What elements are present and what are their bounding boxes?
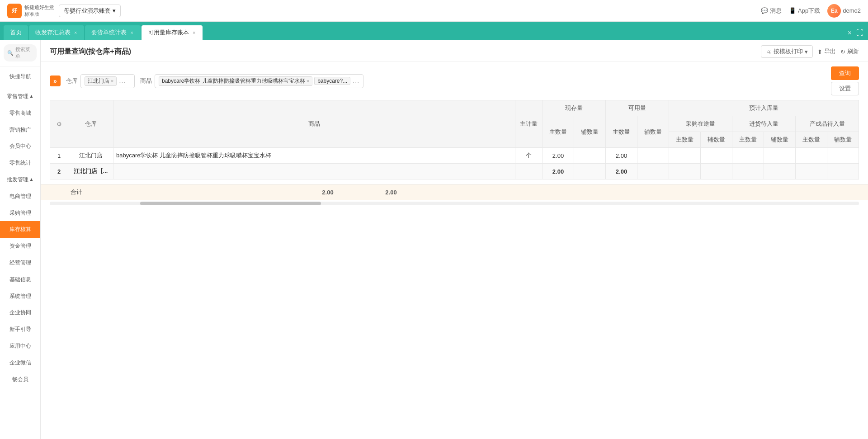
close-all-tabs[interactable]: × [847,28,853,38]
table-wrap: ⚙ 仓库 商品 主计量 现存量 可用量 预计入库量 主数量 辅数量 [41,100,868,184]
sidebar: 🔍 搜索菜单 快捷导航 零售管理 ▲ 零售商城 营销推广 会员中心 [0,40,41,439]
top-bar-right: 💬 消息 📱 App下载 Ea demo2 [761,4,861,18]
footer-values: 2.00 2.00 [86,189,859,196]
cell-prod-main [796,148,827,164]
th-planned-in: 预计入库量 [669,100,859,116]
cell-avail-sub [637,148,669,164]
cell-prod-sub [827,148,859,164]
query-btn[interactable]: 查询 [831,66,859,80]
remove-product-tag-1[interactable]: × [307,78,309,84]
th-warehouse: 仓库 [68,100,113,148]
more-products-icon[interactable]: … [352,77,359,85]
th-proc-main: 主数量 [669,132,701,148]
cell-seq-2: 2 [50,164,68,179]
user-area[interactable]: Ea demo2 [827,4,861,18]
sidebar-item-enterprise-wechat[interactable]: 企业微信 [0,354,40,371]
sidebar-item-retail-stats[interactable]: 零售统计 [0,155,40,171]
expand-icon: ▲ [29,93,34,99]
th-product: 商品 [113,100,515,148]
message-btn[interactable]: 💬 消息 [761,7,782,15]
sidebar-item-wholesale[interactable]: 批发管理 ▲ [0,171,40,188]
sidebar-item-inventory[interactable]: 库存核算 [0,221,40,238]
cell-inc-sub [764,148,796,164]
page-header-actions: 🖨 按模板打印 ▾ ⬆ 导出 ↻ 刷新 [761,45,859,58]
printer-icon: 🖨 [766,48,772,55]
sidebar-search-area: 🔍 搜索菜单 [0,40,40,66]
cell-stock-sub [574,148,606,164]
logo-area: 好 畅捷通好生意 标准版 [7,4,54,18]
scrollbar-thumb[interactable] [140,202,321,205]
warehouse-input[interactable]: 江北门店 × … [80,74,135,88]
close-tab-1[interactable]: × [73,29,78,36]
tab-home[interactable]: 首页 [4,25,28,40]
sidebar-item-ecommerce[interactable]: 电商管理 [0,188,40,205]
sidebar-item-enterprise[interactable]: 企业协同 [0,304,40,321]
app-download-btn[interactable]: 📱 App下载 [789,7,820,15]
remove-warehouse-tag[interactable]: × [111,78,113,84]
template-print-btn[interactable]: 🖨 按模板打印 ▾ [761,45,813,58]
warehouse-label: 仓库 [66,77,78,85]
tab-available-stock[interactable]: 可用量库存账本 × [142,25,203,40]
footer-avail-main: 2.00 [375,189,407,196]
more-options-icon[interactable]: … [118,77,126,85]
cell-product-2 [113,164,515,179]
cell-avail-sub-2 [637,164,669,179]
fullscreen-btn[interactable]: ⛶ [855,28,864,38]
close-tab-3[interactable]: × [192,29,196,36]
refresh-btn[interactable]: ↻ 刷新 [840,47,859,56]
table-settings-icon[interactable]: ⚙ [55,119,64,128]
cell-prod-sub-2 [827,164,859,179]
settings-btn[interactable]: 设置 [831,82,859,95]
main-layout: 🔍 搜索菜单 快捷导航 零售管理 ▲ 零售商城 营销推广 会员中心 [0,40,868,439]
sidebar-item-member[interactable]: 畅会员 [0,371,40,388]
sidebar-item-basic-info[interactable]: 基础信息 [0,271,40,288]
sidebar-item-member-center[interactable]: 会员中心 [0,138,40,155]
account-dropdown[interactable]: 母婴行业演示账套 ▾ [59,5,121,17]
logo-icon: 好 [7,4,22,18]
th-current-stock: 现存量 [542,100,606,116]
cell-seq: 1 [50,148,68,164]
table-row: 1 江北门店 babycare学饮杯 儿童防摔防撞吸管杯重力球吸嘴杯宝宝水杯 个… [50,148,859,164]
cell-proc-main-2 [669,164,701,179]
logo-text: 畅捷通好生意 标准版 [24,4,54,17]
product-tag-1: babycare学饮杯 儿童防摔防撞吸管杯重力球吸嘴杯宝宝水杯 × [159,76,312,86]
export-icon: ⬆ [817,48,822,55]
download-icon: 📱 [789,7,796,14]
th-stock-main: 主数量 [542,116,574,148]
warehouse-tag: 江北门店 × [85,76,117,86]
sidebar-nav: 快捷导航 [0,66,40,87]
close-tab-2[interactable]: × [129,29,134,36]
tab-bar-actions: × ⛶ [847,28,864,40]
footer-stock-main: 2.00 [312,189,344,196]
search-input[interactable]: 🔍 搜索菜单 [4,44,37,61]
th-inc-sub: 辅数量 [764,132,796,148]
table-footer: 合计 2.00 2.00 [41,184,868,200]
th-proc-sub: 辅数量 [701,132,732,148]
export-btn[interactable]: ⬆ 导出 [817,47,836,56]
sidebar-item-marketing[interactable]: 营销推广 [0,122,40,138]
horizontal-scrollbar[interactable] [41,200,868,207]
cell-inc-sub-2 [764,164,796,179]
sidebar-item-quick-nav[interactable]: 快捷导航 [0,69,40,84]
tab-receivable[interactable]: 收发存汇总表 × [29,25,84,40]
avatar: Ea [827,4,841,18]
sidebar-item-system[interactable]: 系统管理 [0,288,40,305]
expand-icon: ▲ [29,176,34,183]
sidebar-item-app-center[interactable]: 应用中心 [0,338,40,354]
sidebar-item-retail-mgmt[interactable]: 零售管理 ▲ [0,88,40,105]
refresh-icon: ↻ [840,48,845,55]
th-prod-main: 主数量 [796,132,827,148]
cell-avail-main: 2.00 [606,148,637,164]
sidebar-item-finance[interactable]: 资金管理 [0,238,40,255]
sidebar-item-operations[interactable]: 经营管理 [0,255,40,271]
cell-product: babycare学饮杯 儿童防摔防撞吸管杯重力球吸嘴杯宝宝水杯 [113,148,515,164]
product-input[interactable]: babycare学饮杯 儿童防摔防撞吸管杯重力球吸嘴杯宝宝水杯 × babyca… [155,74,363,88]
cell-proc-sub-2 [701,164,732,179]
th-prod-sub: 辅数量 [827,132,859,148]
cell-warehouse-2: 江北门店【... [68,164,113,179]
tab-requisition[interactable]: 要货单统计表 × [85,25,140,40]
sidebar-item-purchase[interactable]: 采购管理 [0,205,40,222]
filter-expand-btn[interactable]: » [50,76,61,86]
sidebar-item-retail-mall[interactable]: 零售商城 [0,105,40,122]
sidebar-item-newbie[interactable]: 新手引导 [0,321,40,338]
